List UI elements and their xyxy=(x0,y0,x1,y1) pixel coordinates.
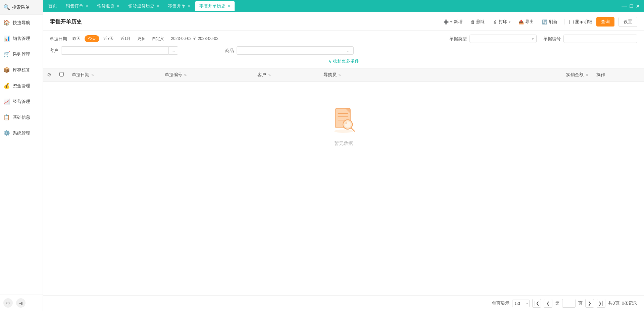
sort-customer-icon[interactable]: ⇅ xyxy=(268,73,271,77)
filter-area: 单据日期 昨天今天近7天近1月更多自定义 2023-06-02 至 2023-0… xyxy=(43,31,644,68)
page-label-post: 页 xyxy=(578,300,583,306)
empty-text: 暂无数据 xyxy=(334,141,353,147)
current-page-input[interactable]: 1 xyxy=(562,299,576,308)
table-header-row: ⚙ 单据日期 ⇅ 单据编号 ⇅ xyxy=(43,68,644,82)
customer-input-group: ... xyxy=(61,46,178,55)
type-select[interactable] xyxy=(469,35,537,43)
print-button[interactable]: 🖨 打印 ▾ xyxy=(491,17,512,26)
tab-label-retail-open-history: 零售开单历史 xyxy=(199,3,226,9)
collapse-label: 收起更多条件 xyxy=(333,58,359,64)
nav-icon-operations: 📈 xyxy=(3,98,10,105)
date-opt-更多[interactable]: 更多 xyxy=(135,35,148,42)
th-customer: 客户 ⇅ xyxy=(253,68,319,82)
column-settings-icon[interactable]: ⚙ xyxy=(47,72,51,77)
product-input[interactable] xyxy=(237,46,344,55)
collapse-more-btn[interactable]: ∧ 收起更多条件 xyxy=(50,58,637,64)
minimize-btn[interactable]: — xyxy=(622,3,627,9)
sidebar-item-inventory[interactable]: 📦库存核算 xyxy=(0,62,43,78)
first-page-btn[interactable]: ⎮❮ xyxy=(532,299,541,308)
maximize-btn[interactable]: □ xyxy=(630,3,633,9)
tab-sales-order[interactable]: 销售订单✕ xyxy=(62,1,92,11)
sidebar-item-operations[interactable]: 📈经营管理 xyxy=(0,94,43,109)
tab-close-retail-open-history[interactable]: ✕ xyxy=(228,4,231,8)
close-btn[interactable]: ✕ xyxy=(636,3,640,9)
tab-close-retail-open[interactable]: ✕ xyxy=(188,4,191,8)
page-header: 零售开单历史 ➕ + 新增 🗑 删除 🖨 打印 ▾ 📤 导出 xyxy=(43,12,644,31)
tab-label-home: 首页 xyxy=(48,3,57,9)
tab-sales-return-history[interactable]: 销货退货历史✕ xyxy=(124,1,163,11)
customer-input[interactable] xyxy=(61,46,168,55)
add-button[interactable]: ➕ + 新增 xyxy=(441,17,464,26)
sidebar-item-finance[interactable]: 💰资金管理 xyxy=(0,78,43,94)
tab-retail-open-history[interactable]: 零售开单历史✕ xyxy=(195,1,235,11)
th-settings: ⚙ xyxy=(43,68,55,82)
next-page-btn[interactable]: ❯ xyxy=(585,299,594,308)
type-select-wrapper xyxy=(469,35,537,43)
tab-label-sales-return-history: 销货退货历史 xyxy=(128,3,154,9)
th-number-label: 单据编号 xyxy=(165,72,182,77)
tab-close-sales-return-history[interactable]: ✕ xyxy=(156,4,159,8)
refresh-button[interactable]: 🔄 刷新 xyxy=(540,17,559,26)
display-cols-checkbox[interactable] xyxy=(569,20,574,24)
sidebar-item-basic-info[interactable]: 📋基础信息 xyxy=(0,109,43,125)
sort-salesperson-icon[interactable]: ⇅ xyxy=(338,73,341,77)
customer-filter: 客户 ... xyxy=(50,46,178,55)
tab-retail-open[interactable]: 零售开单✕ xyxy=(164,1,195,11)
date-range-options: 昨天今天近7天近1月更多自定义 xyxy=(70,35,167,42)
sort-number-icon[interactable]: ⇅ xyxy=(184,73,187,77)
display-cols-toggle[interactable]: 显示明细 xyxy=(569,19,592,25)
nav-icon-purchase-mgmt: 🛒 xyxy=(3,51,10,57)
tab-home[interactable]: 首页 xyxy=(44,1,61,11)
nav-icon-basic-info: 📋 xyxy=(3,114,10,120)
date-opt-自定义[interactable]: 自定义 xyxy=(149,35,167,42)
th-amount: 实销金额 ⇅ xyxy=(499,68,592,82)
table-wrapper: ⚙ 单据日期 ⇅ 单据编号 ⇅ xyxy=(43,68,644,295)
product-ellipsis-btn[interactable]: ... xyxy=(344,46,354,55)
svg-point-8 xyxy=(345,121,351,127)
delete-button[interactable]: 🗑 删除 xyxy=(468,17,487,26)
sidebar-search[interactable]: 🔍 搜索采单 xyxy=(0,0,43,15)
nav-label-operations: 经营管理 xyxy=(13,99,30,105)
th-date-label: 单据日期 xyxy=(72,72,89,77)
tab-close-sales-return[interactable]: ✕ xyxy=(116,4,119,8)
page-size-select[interactable]: 102050100 xyxy=(512,300,530,307)
prev-page-btn[interactable]: ❮ xyxy=(544,299,552,308)
number-input[interactable] xyxy=(563,35,637,43)
search-icon: 🔍 xyxy=(3,4,10,10)
th-date: 单据日期 ⇅ xyxy=(68,68,161,82)
settings-button[interactable]: 设置 xyxy=(618,17,637,27)
customer-ellipsis-btn[interactable]: ... xyxy=(168,46,178,55)
date-filter: 单据日期 昨天今天近7天近1月更多自定义 2023-06-02 至 2023-0… xyxy=(50,35,218,42)
sidebar-item-sys-mgmt[interactable]: ⚙️系统管理 xyxy=(0,125,43,141)
date-opt-昨天[interactable]: 昨天 xyxy=(70,35,83,42)
per-page-label: 每页显示 xyxy=(492,300,509,306)
product-filter-label: 商品 xyxy=(225,48,234,54)
query-button[interactable]: 查询 xyxy=(596,17,614,27)
main-area: 首页销售订单✕销货退货✕销货退货历史✕零售开单✕零售开单历史✕ — □ ✕ 零售… xyxy=(43,0,644,311)
collapse-sidebar-icon[interactable]: ◀ xyxy=(16,298,26,308)
page-total: 共0页, 0条记录 xyxy=(608,300,637,306)
sidebar-item-sales-mgmt[interactable]: 📊销售管理 xyxy=(0,31,43,46)
refresh-icon: 🔄 xyxy=(542,19,547,24)
settings-bottom-icon[interactable]: ⚙ xyxy=(3,298,13,308)
tab-bar: 首页销售订单✕销货退货✕销货退货历史✕零售开单✕零售开单历史✕ — □ ✕ xyxy=(43,0,644,12)
nav-icon-quick-nav: 🏠 xyxy=(3,19,10,26)
sidebar-nav: 🏠快捷导航📊销售管理🛒采购管理📦库存核算💰资金管理📈经营管理📋基础信息⚙️系统管… xyxy=(0,15,43,141)
nav-label-inventory: 库存核算 xyxy=(13,67,30,73)
sidebar-item-purchase-mgmt[interactable]: 🛒采购管理 xyxy=(0,46,43,62)
tab-close-sales-order[interactable]: ✕ xyxy=(85,4,88,8)
select-all-checkbox[interactable] xyxy=(59,72,64,76)
content-area: 零售开单历史 ➕ + 新增 🗑 删除 🖨 打印 ▾ 📤 导出 xyxy=(43,12,644,311)
date-opt-近1月[interactable]: 近1月 xyxy=(118,35,134,42)
sidebar-item-quick-nav[interactable]: 🏠快捷导航 xyxy=(0,15,43,31)
last-page-btn[interactable]: ❯⎮ xyxy=(597,299,605,308)
filter-row-1: 单据日期 昨天今天近7天近1月更多自定义 2023-06-02 至 2023-0… xyxy=(50,35,637,43)
date-opt-今天[interactable]: 今天 xyxy=(85,35,99,42)
export-button[interactable]: 📤 导出 xyxy=(516,17,536,26)
sort-amount-icon[interactable]: ⇅ xyxy=(586,73,588,77)
tab-sales-return[interactable]: 销货退货✕ xyxy=(93,1,123,11)
date-opt-近7天[interactable]: 近7天 xyxy=(101,35,116,42)
customer-filter-label: 客户 xyxy=(50,48,58,54)
th-customer-label: 客户 xyxy=(257,72,266,77)
sort-date-icon[interactable]: ⇅ xyxy=(91,73,94,77)
